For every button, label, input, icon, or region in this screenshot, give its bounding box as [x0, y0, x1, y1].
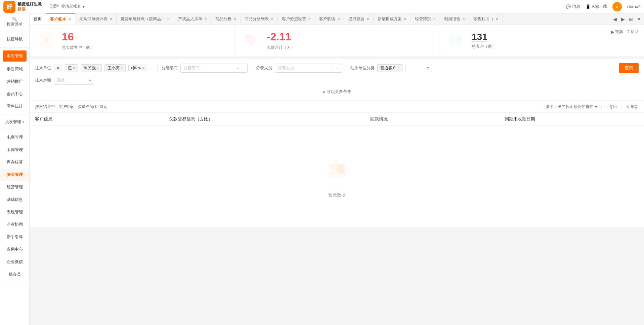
tab-close-purchase-stats[interactable]: ✕ [167, 17, 170, 21]
sidebar-item-ecom[interactable]: 电商管理 [0, 131, 29, 144]
demo-dropdown[interactable]: 母婴行业演示帐套 ▾ [46, 2, 87, 11]
filter-label-dept: 分管部门 [162, 65, 178, 71]
tab-close-purchase-order[interactable]: ✕ [110, 17, 112, 21]
video-icon: ▶ [611, 30, 614, 34]
logo-area: 好 畅捷通好生意 标版 [3, 1, 44, 13]
sidebar-item-vip[interactable]: 畅会员 [0, 268, 29, 281]
stat-value-total-customers: 131 [472, 31, 496, 43]
filter-unit-type-select[interactable]: ▾ [405, 64, 432, 72]
sort-select[interactable]: 排序：按欠款金额倒序排序 ▾ [545, 104, 597, 110]
query-button[interactable]: 查询 [619, 63, 639, 73]
tab-commission-settings[interactable]: 提成设置 ✕ [344, 13, 374, 25]
tab-prev-btn[interactable]: ◀ [611, 15, 618, 23]
filter-person-dropdown-icon: ⌄ [331, 66, 334, 70]
filter-tag-close-wu[interactable]: × [73, 66, 75, 70]
filter-tag-close-normal[interactable]: × [397, 66, 399, 70]
app-download-btn[interactable]: 📱 App下载 [586, 4, 607, 9]
tab-customer-layer[interactable]: 客户分层经营 ✕ [278, 13, 315, 25]
sidebar-item-retail-stats[interactable]: 零售统计 [0, 100, 29, 113]
filter-area: 往来单位 × 伍 × 陈民强 × 王小亮 × [30, 59, 644, 100]
empty-text: 暂无数据 [328, 192, 346, 198]
sidebar-item-inventory[interactable]: 库存核算 [0, 156, 29, 169]
tab-purchase-stats[interactable]: 进货单统计表（按商品） ✕ [117, 13, 174, 25]
tab-finished-goods[interactable]: 产成品入库单 ✕ [174, 13, 211, 25]
export-icon: ↓ [606, 105, 608, 109]
filter-tag-unit-chen: 陈民强 × [81, 64, 102, 72]
refresh-btn[interactable]: ↻ 刷新 [626, 104, 639, 110]
tab-customer-contact[interactable]: 客户联络 ✕ [315, 13, 344, 25]
stat-info-overdue: 16 总欠款客户（家） [62, 30, 94, 50]
sidebar-item-member[interactable]: 会员中心 [0, 88, 29, 100]
sidebar-item-marketing[interactable]: 营销推广 [0, 75, 29, 88]
topbar: 好 畅捷通好生意 标版 母婴行业演示帐套 ▾ 💬 消息 📱 App下载 d de… [0, 0, 644, 13]
sidebar-section-ecom: 电商管理 采购管理 库存核算 资金管理 经营管理 基础信息 系统管理 企业协同 … [0, 130, 29, 282]
filter-balance-select[interactable]: 选择... ▾ [54, 76, 94, 85]
stat-card-total-customers: 131 总客户（家） ▶ 视频 ? 帮助 [439, 25, 644, 56]
sidebar-item-retail-mgmt[interactable]: 零售管理 [3, 50, 27, 62]
sidebar-section-retail: 零售管理 零售商城 营销推广 会员中心 零售统计 [0, 48, 29, 114]
message-btn[interactable]: 💬 消息 [566, 4, 580, 9]
tab-bar: 首页 客户账本 ✕ 采购订单统计表 ✕ 进货单统计表（按商品） ✕ 产成品入库单… [30, 13, 644, 25]
stat-info-total: 131 总客户（家） [472, 31, 496, 50]
sidebar-search[interactable]: 🔍 搜索菜单 [0, 13, 29, 31]
user-name[interactable]: demo2 [627, 4, 641, 9]
sidebar-item-finance[interactable]: 资金管理 [0, 169, 29, 181]
help-btn[interactable]: ? 帮助 [627, 29, 639, 35]
filter-tag-close-chen[interactable]: × [97, 66, 99, 70]
tab-close-all-btn[interactable]: ✕ [635, 15, 643, 23]
tab-close-product-analysis[interactable]: ✕ [233, 17, 236, 21]
tab-home[interactable]: 首页 [30, 13, 46, 25]
tab-add-commission[interactable]: 新增提成方案 ✕ [374, 13, 411, 25]
tab-close-finished-goods[interactable]: ✕ [204, 17, 207, 21]
tab-operations[interactable]: 经营情况 ✕ [411, 13, 440, 25]
video-btn[interactable]: ▶ 视频 [611, 29, 623, 35]
sidebar-item-wechat[interactable]: 企业微信 [0, 256, 29, 268]
topbar-left: 好 畅捷通好生意 标版 母婴行业演示帐套 ▾ [3, 1, 87, 13]
sidebar-item-system[interactable]: 系统管理 [0, 206, 29, 218]
sidebar-item-operations[interactable]: 经营管理 [0, 181, 29, 193]
tab-more-btn[interactable]: ⊞ [627, 15, 635, 23]
sidebar-item-purchase[interactable]: 采购管理 [0, 144, 29, 156]
sidebar-item-app-center[interactable]: 应用中心 [0, 243, 29, 256]
tab-product-analysis-list[interactable]: 商品分析列表 ✕ [241, 13, 278, 25]
tab-close-retail-profit[interactable]: ✕ [496, 17, 498, 21]
tab-retail-profit[interactable]: 零售利润（ ✕ [469, 13, 503, 25]
tab-next-btn[interactable]: ▶ [619, 15, 627, 23]
tab-close-add-commission[interactable]: ✕ [404, 17, 406, 21]
export-btn[interactable]: ↓ 导出 [606, 104, 617, 110]
tab-customer-ledger[interactable]: 客户账本 ✕ [46, 13, 75, 25]
refresh-icon: ↻ [626, 105, 630, 109]
tab-close-product-analysis-list[interactable]: ✕ [271, 17, 273, 21]
tab-close-customer-layer[interactable]: ✕ [308, 17, 311, 21]
results-summary: 搜索结果中，客户0家 欠款金额 0.00元 [35, 104, 107, 110]
collapse-button[interactable]: ∧ 收起更多条件 [323, 89, 351, 95]
filter-tag-close-wang[interactable]: × [121, 66, 123, 70]
tab-profit-report[interactable]: 利润报告 ✕ [440, 13, 469, 25]
table-col-repayment: 回款情况 [370, 116, 504, 122]
tab-close-commission-settings[interactable]: ✕ [367, 17, 369, 21]
sidebar-item-collab[interactable]: 企业协同 [0, 218, 29, 231]
sidebar-item-basic-info[interactable]: 基础信息 [0, 193, 29, 206]
search-icon: 🔍 [12, 17, 17, 22]
sidebar-item-wholesale[interactable]: 批发管理 ▾ [0, 116, 29, 128]
svg-rect-5 [451, 37, 452, 38]
tab-close-profit-report[interactable]: ✕ [462, 17, 465, 21]
filter-person-more-icon: ··· [336, 66, 339, 70]
filter-balance-placeholder: 选择... [57, 77, 68, 83]
filter-person-select[interactable]: 分管人员 ⌄ ··· [275, 64, 342, 73]
results-bar: 搜索结果中，客户0家 欠款金额 0.00元 排序：按欠款金额倒序排序 ▾ | ↓… [30, 101, 644, 113]
tab-close-operations[interactable]: ✕ [433, 17, 436, 21]
sidebar-item-retail-mall[interactable]: 零售商城 [0, 63, 29, 75]
filter-divider-1 [157, 65, 158, 71]
tab-purchase-order[interactable]: 采购订单统计表 ✕ [75, 13, 117, 25]
sidebar-item-quick-nav[interactable]: 快捷导航 [0, 33, 29, 45]
filter-more-unit[interactable]: ... [150, 66, 153, 70]
tab-close-customer-contact[interactable]: ✕ [337, 17, 340, 21]
filter-tag-unit-cj: cjttcw × [128, 65, 147, 71]
tab-close-customer-ledger[interactable]: ✕ [68, 17, 71, 21]
filter-dept-select[interactable]: 分管部门 ⌄ ··· [180, 64, 248, 73]
filter-tag-close-cj[interactable]: × [142, 66, 144, 70]
sidebar-item-guide[interactable]: 新手引导 [0, 231, 29, 243]
tab-product-analysis[interactable]: 商品分析 ✕ [211, 13, 241, 25]
topbar-right: 💬 消息 📱 App下载 d demo2 [566, 2, 641, 11]
